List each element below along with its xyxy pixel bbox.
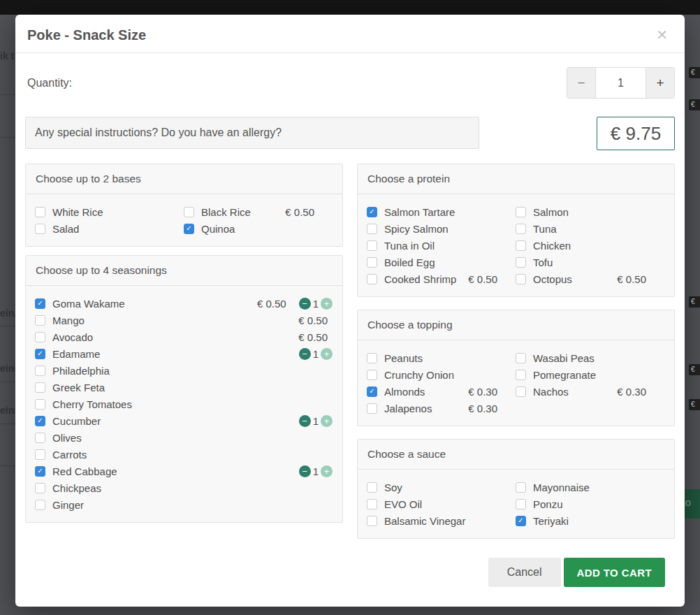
checkbox-boiled-egg[interactable] <box>367 257 377 268</box>
option-row: ✓Red Cabbage−1+ <box>35 463 333 479</box>
option-row: Balsamic Vinegar✓Teriyaki <box>367 512 664 529</box>
instructions-row: € 9.75 <box>25 117 675 150</box>
checkbox-jalapenos[interactable] <box>367 403 377 414</box>
option-label: Jalapenos <box>384 403 432 414</box>
quantity-value[interactable]: 1 <box>595 68 646 98</box>
option-cell: Tofu <box>516 256 664 268</box>
option-label: Cherry Tomatoes <box>52 398 132 410</box>
option-row: Olives <box>35 429 333 446</box>
quantity-decrease-button[interactable]: − <box>567 68 595 98</box>
checkbox-teriyaki[interactable]: ✓ <box>516 516 526 526</box>
decrease-icon[interactable]: − <box>299 298 311 310</box>
checkbox-mayonnaise[interactable] <box>516 482 526 493</box>
total-price: € 9.75 <box>597 117 675 150</box>
option-panels: Choose up to 2 bases White RiceBlack Ric… <box>25 164 675 539</box>
checkbox-red-cabbage[interactable]: ✓ <box>35 466 45 477</box>
checkbox-cooked-shrimp[interactable] <box>367 274 377 284</box>
checkbox-black-rice[interactable] <box>184 207 194 217</box>
option-label: Octopus <box>533 273 572 285</box>
option-cell: Salmon <box>516 206 664 218</box>
option-label: Carrots <box>52 449 87 461</box>
checkbox-evo-oil[interactable] <box>367 499 377 509</box>
option-row: SoyMayonnaise <box>367 479 664 495</box>
checkbox-edamame[interactable]: ✓ <box>35 349 45 359</box>
option-quantity-value: 1 <box>313 298 319 310</box>
option-cell: Avocado€ 0.50 <box>35 331 333 343</box>
option-label: Wasabi Peas <box>533 352 595 364</box>
checkbox-ginger[interactable] <box>35 500 45 510</box>
decrease-icon[interactable]: − <box>299 465 311 477</box>
checkbox-tofu[interactable] <box>516 257 526 268</box>
checkbox-soy[interactable] <box>367 482 377 493</box>
option-cell: Philadelphia <box>35 365 333 377</box>
background-separator <box>0 465 15 466</box>
background-separator <box>0 424 15 424</box>
checkbox-crunchy-onion[interactable] <box>367 370 377 380</box>
option-row: ✓Edamame−1+ <box>35 345 333 362</box>
checkbox-wasabi-peas[interactable] <box>516 353 526 363</box>
increase-icon[interactable]: + <box>321 415 333 427</box>
increase-icon[interactable]: + <box>321 465 333 477</box>
option-row: Mango€ 0.50 <box>35 312 333 328</box>
checkbox-peanuts[interactable] <box>367 353 377 363</box>
checkbox-tuna-in-oil[interactable] <box>367 240 377 251</box>
option-row: Crunchy OnionPomegranate <box>367 366 664 383</box>
checkbox-goma-wakame[interactable]: ✓ <box>35 298 45 309</box>
special-instructions-input[interactable] <box>25 117 479 149</box>
option-cell: EVO Oil <box>367 498 516 510</box>
panel-topping-title: Choose a topping <box>358 310 674 340</box>
background-page-header <box>0 0 700 15</box>
background-text-fragment: ein, <box>0 308 17 319</box>
option-label: Boiled Egg <box>384 256 435 268</box>
increase-icon[interactable]: + <box>321 298 333 310</box>
checkbox-philadelphia[interactable] <box>35 366 45 376</box>
cancel-button[interactable]: Cancel <box>488 558 561 587</box>
checkbox-chickpeas[interactable] <box>35 483 45 493</box>
background-separator <box>0 137 15 138</box>
option-cell: Balsamic Vinegar <box>367 515 516 527</box>
background-price-badge: € <box>689 399 700 410</box>
checkbox-octopus[interactable] <box>516 274 526 284</box>
option-label: Philadelphia <box>52 365 110 377</box>
option-cell: White Rice <box>35 206 184 218</box>
panel-bases: Choose up to 2 bases White RiceBlack Ric… <box>25 164 343 247</box>
option-cell: ✓Salmon Tartare <box>367 206 516 218</box>
checkbox-chicken[interactable] <box>516 240 526 251</box>
checkbox-greek-feta[interactable] <box>35 382 45 393</box>
checkbox-cherry-tomatoes[interactable] <box>35 399 45 410</box>
decrease-icon[interactable]: − <box>299 348 311 360</box>
checkbox-almonds[interactable]: ✓ <box>367 386 377 397</box>
checkbox-salad[interactable] <box>35 224 45 234</box>
option-cell: ✓Red Cabbage−1+ <box>35 465 333 477</box>
close-icon[interactable]: ✕ <box>653 27 671 43</box>
checkbox-white-rice[interactable] <box>35 207 45 217</box>
checkbox-tuna[interactable] <box>516 224 526 234</box>
checkbox-ponzu[interactable] <box>516 499 526 509</box>
checkbox-nachos[interactable] <box>516 386 526 397</box>
option-row: White RiceBlack Rice€ 0.50 <box>35 203 333 220</box>
option-row: Jalapenos€ 0.30 <box>367 400 664 417</box>
checkbox-balsamic-vinegar[interactable] <box>367 516 377 526</box>
checkbox-avocado[interactable] <box>35 332 45 342</box>
option-label: Salmon Tartare <box>384 206 455 218</box>
panel-protein-title: Choose a protein <box>358 164 674 194</box>
checkbox-carrots[interactable] <box>35 449 45 460</box>
checkbox-salmon[interactable] <box>516 207 526 217</box>
checkbox-quinoa[interactable]: ✓ <box>184 224 194 234</box>
left-column: Choose up to 2 bases White RiceBlack Ric… <box>25 164 343 523</box>
option-row: Spicy SalmonTuna <box>367 220 664 237</box>
checkbox-pomegranate[interactable] <box>516 370 526 380</box>
option-label: Chicken <box>533 240 571 252</box>
add-to-cart-button[interactable]: ADD TO CART <box>564 558 665 587</box>
quantity-increase-button[interactable]: + <box>646 68 674 98</box>
checkbox-mango[interactable] <box>35 315 45 326</box>
checkbox-spicy-salmon[interactable] <box>367 224 377 234</box>
increase-icon[interactable]: + <box>321 348 333 360</box>
option-cell: Carrots <box>35 449 333 461</box>
option-quantity-stepper: −1+ <box>299 298 333 310</box>
checkbox-cucumber[interactable]: ✓ <box>35 416 45 426</box>
checkbox-olives[interactable] <box>35 433 45 443</box>
decrease-icon[interactable]: − <box>299 415 311 427</box>
option-label: Olives <box>52 432 82 444</box>
checkbox-salmon-tartare[interactable]: ✓ <box>367 207 377 217</box>
